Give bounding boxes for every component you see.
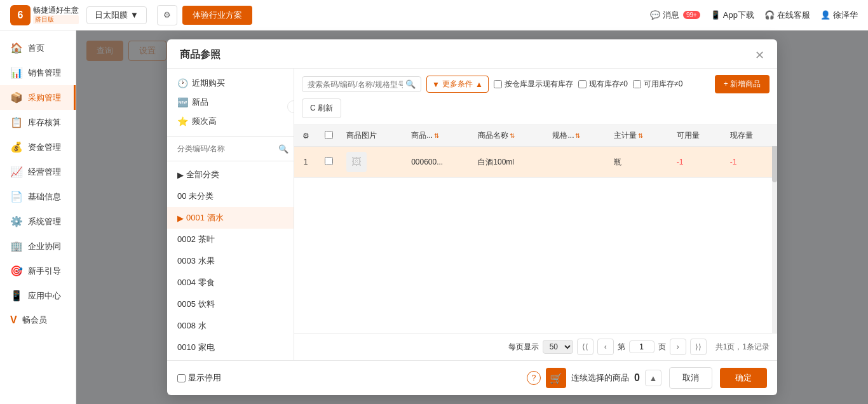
nav-service[interactable]: 🎧 在线客服 bbox=[764, 10, 810, 21]
sidebar-item-guide[interactable]: 🎯 新手引导 bbox=[0, 259, 76, 283]
category-water[interactable]: 0008 水 bbox=[167, 315, 294, 337]
cancel-btn[interactable]: 取消 bbox=[669, 367, 712, 389]
next-page-btn[interactable]: › bbox=[670, 339, 686, 355]
corp-icon: 🏢 bbox=[10, 240, 23, 252]
sidebar-label-finance: 资金管理 bbox=[28, 142, 61, 153]
col-code[interactable]: 商品...⇅ bbox=[405, 125, 471, 147]
table-row[interactable]: 1 🖼 000600... 白酒100ml 瓶 bbox=[294, 147, 777, 178]
search-icon[interactable]: 🔍 bbox=[405, 79, 416, 89]
sidebar-item-vip[interactable]: V 畅会员 bbox=[0, 308, 76, 332]
scrollbar-thumb[interactable] bbox=[772, 144, 777, 182]
confirm-btn[interactable]: 确定 bbox=[720, 368, 767, 388]
col-name[interactable]: 商品名称⇅ bbox=[471, 125, 546, 147]
show-disabled-label[interactable]: 显示停用 bbox=[177, 372, 221, 384]
category-drink[interactable]: 0005 饮料 bbox=[167, 293, 294, 315]
sidebar-item-system[interactable]: ⚙️ 系统管理 bbox=[0, 209, 76, 234]
product-panel: 🔍 ▼ 更多条件 ▲ 按仓库显示现有库存 bbox=[294, 69, 777, 360]
shortcut-recent[interactable]: 🕐 近期购买 bbox=[172, 74, 288, 93]
product-table-wrap: ⚙ 商品图片 商品...⇅ 商品名称⇅ 规格...⇅ 主计量⇅ 可用量 现存量 bbox=[294, 125, 777, 333]
modal-header: 商品参照 ✕ bbox=[167, 39, 777, 69]
shortcut-new-label: 新品 bbox=[192, 97, 208, 108]
category-unclassified[interactable]: 00 未分类 bbox=[167, 185, 294, 207]
filter-icon: ▼ bbox=[432, 80, 440, 89]
sidebar-item-sales[interactable]: 📊 销售管理 bbox=[0, 60, 76, 85]
category-tea[interactable]: 0002 茶叶 bbox=[167, 229, 294, 250]
nav-msg[interactable]: 💬 消息 99+ bbox=[650, 10, 700, 21]
logo-area: 6 畅捷通好生意 搭目版 bbox=[10, 5, 86, 25]
cell-stock: -1 bbox=[724, 147, 777, 178]
available-nonzero-checkbox[interactable] bbox=[633, 80, 641, 88]
apps-icon: 📱 bbox=[10, 290, 23, 302]
expand-icon: ▶ bbox=[177, 170, 184, 180]
logo-icon: 6 bbox=[10, 5, 31, 25]
sidebar-label-sales: 销售管理 bbox=[28, 67, 61, 79]
sidebar-item-basics[interactable]: 📄 基础信息 bbox=[0, 184, 76, 209]
collapse-panel-btn[interactable]: 《 bbox=[287, 100, 294, 113]
sidebar-label-vip: 畅会员 bbox=[22, 314, 47, 326]
shortcut-new[interactable]: 🆕 新品 bbox=[172, 93, 288, 112]
inventory-icon: 📋 bbox=[10, 116, 23, 128]
scrollbar-track[interactable] bbox=[772, 125, 777, 333]
available-nonzero-checkbox-label[interactable]: 可用库存≠0 bbox=[633, 79, 682, 90]
stock-nonzero-checkbox[interactable] bbox=[578, 80, 587, 88]
help-icon[interactable]: ? bbox=[527, 371, 541, 385]
sidebar-item-operations[interactable]: 📈 经营管理 bbox=[0, 159, 76, 184]
nav-user[interactable]: 👤 徐泽华 bbox=[820, 10, 858, 21]
page-suffix: 页 bbox=[658, 342, 666, 353]
sidebar-item-home[interactable]: 🏠 首页 bbox=[0, 36, 76, 60]
pagination-bar: 每页显示 50 ⟨⟨ ‹ 第 页 › ⟩⟩ 共1页，1条记录 bbox=[294, 333, 777, 360]
modal-body: 🕐 近期购买 🆕 新品 ⭐ 频次高 bbox=[167, 69, 777, 360]
cell-checkbox bbox=[317, 147, 340, 178]
filter-btn[interactable]: ▼ 更多条件 ▲ bbox=[426, 76, 489, 93]
col-spec[interactable]: 规格...⇅ bbox=[546, 125, 607, 147]
sales-icon: 📊 bbox=[10, 67, 23, 79]
phone-icon: 📱 bbox=[710, 10, 721, 20]
category-search-input[interactable] bbox=[172, 142, 276, 156]
chevron-down-icon: ▼ bbox=[130, 10, 139, 20]
row-checkbox[interactable] bbox=[325, 157, 333, 165]
last-page-btn[interactable]: ⟩⟩ bbox=[690, 339, 707, 355]
cell-available: -1 bbox=[670, 147, 724, 178]
select-all-checkbox[interactable] bbox=[325, 131, 333, 139]
nav-selector[interactable]: 日太阳膜 ▼ bbox=[86, 6, 147, 24]
cart-area: ? 🛒 连续选择的商品 0 ▲ bbox=[527, 368, 661, 388]
modal-close-btn[interactable]: ✕ bbox=[755, 50, 764, 61]
first-page-btn[interactable]: ⟨⟨ bbox=[577, 339, 593, 355]
nav-app[interactable]: 📱 App下载 bbox=[710, 10, 754, 21]
category-panel: 🕐 近期购买 🆕 新品 ⭐ 频次高 bbox=[167, 69, 294, 360]
content-area: 查询 设置 刷新 商品参照 ✕ bbox=[76, 30, 868, 404]
col-unit[interactable]: 主计量⇅ bbox=[607, 125, 670, 147]
category-all[interactable]: ▶ 全部分类 bbox=[167, 164, 294, 185]
sidebar-item-inventory[interactable]: 📋 库存核算 bbox=[0, 110, 76, 135]
sidebar-label-operations: 经营管理 bbox=[28, 166, 61, 178]
product-img: 🖼 bbox=[346, 152, 367, 172]
warehouse-checkbox[interactable] bbox=[494, 80, 502, 88]
show-disabled-checkbox[interactable] bbox=[177, 374, 186, 382]
cell-spec bbox=[546, 147, 607, 178]
category-appliance[interactable]: 0010 家电 bbox=[167, 337, 294, 358]
category-fruit[interactable]: 0003 水果 bbox=[167, 250, 294, 272]
sidebar-item-finance[interactable]: 💰 资金管理 bbox=[0, 135, 76, 159]
sidebar-item-purchase[interactable]: 📦 采购管理 bbox=[0, 85, 76, 110]
vip-icon: V bbox=[10, 314, 17, 326]
refresh-btn[interactable]: C 刷新 bbox=[302, 98, 341, 118]
product-search-input[interactable] bbox=[308, 80, 403, 89]
page-size-select[interactable]: 50 bbox=[543, 340, 573, 354]
experience-btn[interactable]: 体验行业方案 bbox=[182, 6, 252, 25]
gear-button[interactable]: ⚙ bbox=[157, 5, 177, 25]
add-product-btn[interactable]: + 新增商品 bbox=[715, 75, 770, 93]
fold-btn[interactable]: ▲ bbox=[645, 370, 661, 386]
col-settings[interactable]: ⚙ bbox=[294, 125, 317, 147]
category-liquor[interactable]: ▶ 0001 酒水 bbox=[167, 207, 294, 229]
stock-nonzero-checkbox-label[interactable]: 现有库存≠0 bbox=[578, 79, 628, 90]
clock-icon: 🕐 bbox=[177, 78, 188, 88]
category-search-icon[interactable]: 🔍 bbox=[278, 144, 288, 154]
sidebar-item-apps[interactable]: 📱 应用中心 bbox=[0, 283, 76, 308]
prev-page-btn[interactable]: ‹ bbox=[597, 339, 614, 355]
cart-icon[interactable]: 🛒 bbox=[546, 368, 566, 388]
shortcut-frequent[interactable]: ⭐ 频次高 bbox=[172, 112, 288, 131]
warehouse-checkbox-label[interactable]: 按仓库显示现有库存 bbox=[494, 79, 573, 90]
page-number-input[interactable] bbox=[629, 340, 654, 353]
sidebar-item-corp[interactable]: 🏢 企业协同 bbox=[0, 234, 76, 259]
category-snack[interactable]: 0004 零食 bbox=[167, 272, 294, 293]
